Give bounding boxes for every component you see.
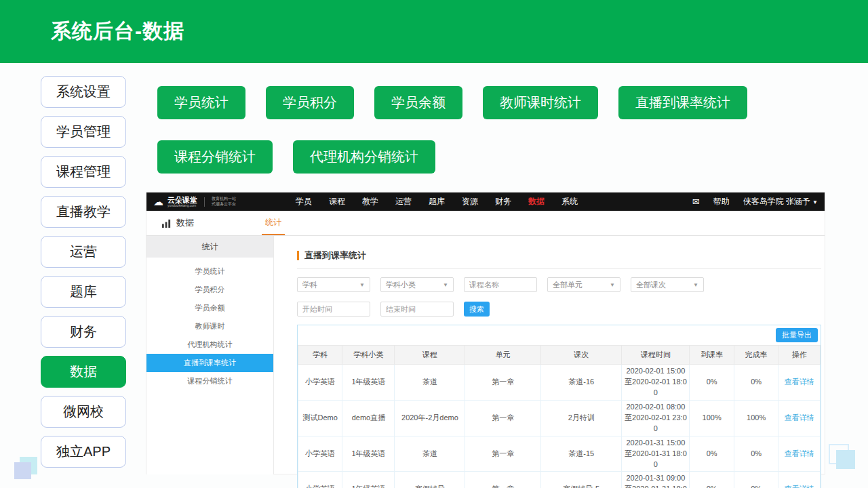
table-row: 小学英语 1年级英语 寒假辅导 第一章 寒假辅导-5 2020-01-31 09…	[298, 472, 821, 488]
cell-course: 2020年-2月demo	[395, 400, 465, 436]
quick-link-button[interactable]: 直播到课率统计	[618, 86, 747, 119]
side-nav-button[interactable]: 题库	[41, 276, 126, 308]
quick-link-button[interactable]: 学员积分	[266, 86, 354, 119]
side-nav-button[interactable]: 独立APP	[41, 436, 126, 468]
start-time-input[interactable]	[297, 302, 370, 317]
unit-select-value: 全部单元	[553, 280, 583, 290]
side-menu-item[interactable]: 学员统计	[146, 262, 273, 281]
side-nav-button[interactable]: 财务	[41, 316, 126, 348]
table-row: 小学英语 1年级英语 茶道 第一章 茶道-16 2020-02-01 15:00…	[298, 365, 821, 401]
filter-row-1: 学科 ▼ 学科小类 ▼ 全部单元 ▼ 全部课次 ▼	[297, 277, 821, 292]
course-name-input[interactable]	[464, 277, 537, 292]
cell-subject: 小学英语	[298, 472, 342, 488]
lesson-select-value: 全部课次	[636, 280, 666, 290]
decorative-square	[836, 450, 855, 469]
cell-action: 查看详情	[778, 472, 821, 488]
side-nav-button[interactable]: 系统设置	[41, 76, 126, 108]
batch-export-button[interactable]: 批量导出	[776, 328, 818, 342]
cell-course: 寒假辅导	[395, 472, 465, 488]
quick-link-button[interactable]: 代理机构分销统计	[293, 140, 435, 174]
side-menu-item[interactable]: 学员积分	[146, 281, 273, 299]
envelope-icon[interactable]: ✉	[692, 197, 700, 207]
cell-subject: 测试Demo	[298, 400, 342, 436]
view-detail-link[interactable]: 查看详情	[785, 378, 814, 386]
view-detail-link[interactable]: 查看详情	[785, 413, 814, 422]
cell-subject: 小学英语	[298, 365, 342, 401]
table-header-cell: 操作	[778, 346, 821, 365]
cell-lesson: 茶道-15	[541, 436, 622, 472]
logo-slogan-line2: 式服务云平台	[212, 202, 236, 207]
quick-links: 学员统计学员积分学员余额教师课时统计直播到课率统计 课程分销统计代理机构分销统计	[157, 86, 822, 195]
side-nav: 系统设置学员管理课程管理直播教学运营题库财务数据微网校独立APP	[41, 76, 126, 468]
breadcrumb-bar: 数据 统计	[146, 211, 825, 236]
side-menu-item[interactable]: 直播到课率统计	[146, 354, 273, 372]
admin-nav-item[interactable]: 资源	[462, 196, 478, 207]
side-menu-item[interactable]: 课程分销统计	[146, 372, 273, 390]
divider	[297, 268, 821, 269]
end-time-input[interactable]	[380, 302, 454, 317]
logo[interactable]: ☁ 云朵课堂 yunduoketang.com 教育机构一站 式服务云平台	[153, 196, 236, 208]
cell-subject-sub: demo直播	[342, 400, 395, 436]
logo-text: 云朵课堂 yunduoketang.com	[167, 196, 197, 208]
admin-nav-item[interactable]: 财务	[495, 196, 511, 207]
view-detail-link[interactable]: 查看详情	[785, 449, 814, 458]
table-header-row: 学科学科小类课程单元课次课程时间到课率完成率操作	[298, 346, 821, 365]
quick-link-button[interactable]: 学员余额	[374, 86, 462, 119]
admin-nav-item[interactable]: 数据	[528, 196, 545, 207]
chevron-down-icon: ▼	[359, 282, 365, 288]
admin-nav-item[interactable]: 题库	[429, 196, 445, 207]
table-header-cell: 学科小类	[342, 346, 395, 365]
subject-select[interactable]: 学科 ▼	[297, 277, 370, 292]
statistics-table-card: 批量导出 学科学科小类课程单元课次课程时间到课率完成率操作	[297, 325, 821, 488]
side-menu-item[interactable]: 代理机构统计	[146, 336, 273, 354]
cell-unit: 第一章	[465, 472, 541, 488]
tab-statistics[interactable]: 统计	[262, 211, 285, 235]
cell-lesson: 2月特训	[541, 400, 622, 436]
quick-link-button[interactable]: 教师课时统计	[483, 86, 598, 119]
logo-separator	[204, 197, 205, 207]
cell-attend-rate: 0%	[690, 472, 734, 488]
logo-domain: yunduoketang.com	[167, 204, 197, 208]
subject-sub-select[interactable]: 学科小类 ▼	[380, 277, 454, 292]
cell-unit: 第一章	[465, 436, 541, 472]
help-link[interactable]: 帮助	[713, 196, 730, 207]
table-header-cell: 到课率	[690, 346, 734, 365]
side-nav-button[interactable]: 课程管理	[41, 156, 126, 188]
admin-nav-item[interactable]: 学员	[296, 196, 312, 207]
statistics-table: 学科学科小类课程单元课次课程时间到课率完成率操作 小学英语 1年级英语 茶道 第…	[298, 345, 821, 488]
search-button[interactable]: 搜索	[464, 302, 490, 317]
side-nav-button[interactable]: 数据	[41, 356, 126, 388]
side-nav-button[interactable]: 微网校	[41, 396, 126, 428]
side-menu-item[interactable]: 教师课时	[146, 317, 273, 336]
chevron-down-icon: ▼	[610, 282, 615, 288]
quick-link-button[interactable]: 学员统计	[157, 86, 245, 119]
view-detail-link[interactable]: 查看详情	[785, 485, 814, 488]
account-menu[interactable]: 侠客岛学院 张涵予▼	[743, 196, 818, 207]
quick-links-row-2: 课程分销统计代理机构分销统计	[157, 140, 822, 174]
side-nav-button[interactable]: 运营	[41, 236, 126, 268]
cell-subject-sub: 1年级英语	[342, 365, 395, 401]
side-nav-button[interactable]: 直播教学	[41, 196, 126, 228]
side-nav-button[interactable]: 学员管理	[41, 116, 126, 148]
admin-body: 统计 学员统计学员积分学员余额教师课时代理机构统计直播到课率统计课程分销统计 直…	[146, 236, 825, 474]
admin-nav-item[interactable]: 课程	[329, 196, 345, 207]
cell-action: 查看详情	[778, 365, 821, 401]
cell-action: 查看详情	[778, 400, 821, 436]
cell-complete-rate: 0%	[734, 436, 778, 472]
table-header-cell: 课程时间	[622, 346, 690, 365]
cell-complete-rate: 0%	[734, 365, 778, 401]
unit-select[interactable]: 全部单元 ▼	[547, 277, 620, 292]
side-menu-item[interactable]: 学员余额	[146, 299, 273, 317]
chevron-down-icon: ▼	[812, 199, 818, 205]
cell-course-time: 2020-01-31 15:00至2020-01-31 18:00	[622, 436, 690, 472]
cell-course-time: 2020-01-31 09:00至2020-01-31 18:00	[622, 472, 690, 488]
admin-nav-item[interactable]: 运营	[395, 196, 412, 207]
bar-chart-icon	[161, 218, 172, 228]
cell-lesson: 寒假辅导-5	[541, 472, 622, 488]
side-menu-items: 学员统计学员积分学员余额教师课时代理机构统计直播到课率统计课程分销统计	[146, 262, 273, 390]
table-header-cell: 课程	[395, 346, 465, 365]
admin-nav-item[interactable]: 系统	[561, 196, 578, 207]
lesson-select[interactable]: 全部课次 ▼	[631, 277, 704, 292]
admin-nav-item[interactable]: 教学	[362, 196, 378, 207]
quick-link-button[interactable]: 课程分销统计	[157, 140, 273, 174]
